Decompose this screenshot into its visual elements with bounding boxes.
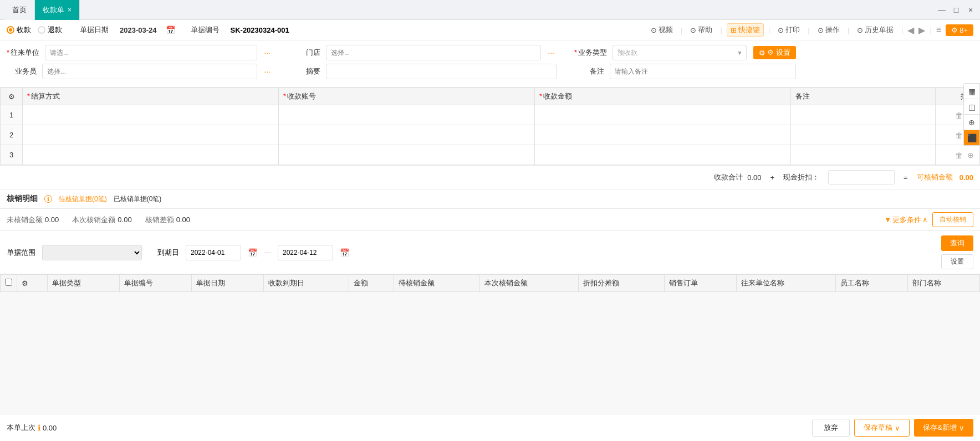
date-separator: — xyxy=(264,248,271,257)
recon-filter: 单据范围 到期日 📅 — 📅 查询 设置 xyxy=(0,231,980,274)
row-3-amount[interactable] xyxy=(534,145,790,165)
recon-title: 核销明细 xyxy=(7,194,38,204)
history-label: 历史单据 xyxy=(865,25,894,35)
store-more-button[interactable]: ··· xyxy=(545,48,557,57)
settings-btn-label: ⚙ 设置 xyxy=(767,48,790,58)
menu-button[interactable]: ≡ xyxy=(936,25,941,35)
nav-next-button[interactable]: ▶ xyxy=(918,25,925,35)
row-2-remarks[interactable] xyxy=(790,125,935,145)
bottom-right: 放弃 保存草稿 ∨ 保存&新增 ∨ xyxy=(812,419,973,437)
date-from-calendar-icon[interactable]: 📅 xyxy=(248,248,257,257)
print-button[interactable]: ⊙ 打印 xyxy=(774,24,803,36)
recon-settings-button[interactable]: 设置 xyxy=(941,254,973,269)
summary-row: 收款合计 0.00 + 现金折扣： = 可核销金额 0.00 xyxy=(0,166,980,189)
bottom-bar: 本单上次 ℹ 0.00 放弃 保存草稿 ∨ 保存&新增 ∨ xyxy=(0,414,980,441)
radio-refund-dot xyxy=(38,26,45,34)
nav-prev-button[interactable]: ◀ xyxy=(907,25,914,35)
counterpart-label: 往来单位 xyxy=(7,48,43,58)
filter-row: 单据范围 到期日 📅 — 📅 xyxy=(7,245,932,260)
range-select[interactable] xyxy=(42,245,142,260)
staff-input[interactable] xyxy=(42,64,257,79)
counterpart-input[interactable] xyxy=(45,45,257,60)
row-1-remarks[interactable] xyxy=(790,105,935,125)
auto-recon-button[interactable]: 自动核销 xyxy=(932,212,973,227)
counterpart-col: 往来单位 ··· xyxy=(7,45,273,60)
row-3-remarks[interactable] xyxy=(790,145,935,165)
summary-input[interactable] xyxy=(326,64,557,79)
operation-label: 操作 xyxy=(825,25,840,35)
plus-symbol: + xyxy=(770,173,775,182)
history-button[interactable]: ⊙ 历史单据 xyxy=(854,24,897,36)
radio-refund-label: 退款 xyxy=(48,25,62,35)
summary-label: 摘要 xyxy=(290,66,324,76)
settings-plus-button[interactable]: ⚙ 8+ xyxy=(946,24,973,36)
receipt-table: ⚙ 结算方式 收款账号 收款金额 备注 操作 1 xyxy=(0,88,980,165)
col-account-header: 收款账号 xyxy=(278,88,534,105)
row-1-settlement[interactable] xyxy=(23,105,279,125)
date-to-input[interactable] xyxy=(278,245,333,260)
date-to-calendar-icon[interactable]: 📅 xyxy=(340,248,349,257)
remarks-input[interactable] xyxy=(610,64,796,79)
side-tool-link[interactable]: ⊕ xyxy=(964,115,979,130)
operation-button[interactable]: ⊙ 操作 xyxy=(814,24,843,36)
more-conditions-button[interactable]: ▼ 更多条件 ∧ xyxy=(884,215,928,225)
row-3-copy-icon[interactable]: ⊕ xyxy=(966,150,975,161)
discount-label: 现金折扣： xyxy=(783,172,819,182)
row-2-account[interactable] xyxy=(278,125,534,145)
summary-col: 摘要 xyxy=(290,64,557,79)
side-tool-layout[interactable]: ◫ xyxy=(964,99,979,115)
shortcut-button[interactable]: ⊞ 快捷键 xyxy=(727,23,764,37)
discount-input[interactable] xyxy=(828,170,895,184)
recon-info-icon: ℹ xyxy=(44,195,52,203)
row-1-amount[interactable] xyxy=(534,105,790,125)
pending-tab[interactable]: 待核销单据(0笔) xyxy=(59,194,107,204)
help-button[interactable]: ⊙ 帮助 xyxy=(687,24,716,36)
tab-close-icon[interactable]: × xyxy=(68,6,72,14)
form-settings-button[interactable]: ⚙ ⚙ 设置 xyxy=(753,46,796,59)
row-3-settlement[interactable] xyxy=(23,145,279,165)
select-all-checkbox[interactable] xyxy=(5,279,12,286)
side-tool-active[interactable]: ⬛ xyxy=(964,130,979,146)
tab-receipt[interactable]: 收款单 × xyxy=(35,0,80,20)
query-button[interactable]: 查询 xyxy=(941,235,973,251)
col-discount-header: 折扣分摊额 xyxy=(579,275,664,292)
close-button[interactable]: × xyxy=(966,5,976,15)
current-value: 0.00 xyxy=(118,216,131,224)
side-tool-table[interactable]: ▦ xyxy=(964,84,979,99)
row-1-delete-icon[interactable]: 🗑 xyxy=(954,110,964,121)
row-2-settlement[interactable] xyxy=(23,125,279,145)
row-3-account[interactable] xyxy=(278,145,534,165)
video-button[interactable]: ⊙ 视频 xyxy=(647,24,676,36)
row-3-delete-icon[interactable]: 🗑 xyxy=(954,150,964,161)
staff-col: 业务员 ··· xyxy=(7,64,273,79)
counterpart-more-button[interactable]: ··· xyxy=(262,48,273,57)
business-type-input[interactable] xyxy=(612,45,747,60)
settings-icon: ⚙ xyxy=(759,49,765,57)
store-input[interactable] xyxy=(326,45,541,60)
minimize-button[interactable]: — xyxy=(937,5,947,15)
save-draft-button[interactable]: 保存草稿 ∨ xyxy=(854,419,910,437)
radio-receipt[interactable]: 收款 xyxy=(7,25,31,35)
total-value: 0.00 xyxy=(747,173,761,182)
staff-more-button[interactable]: ··· xyxy=(262,67,273,76)
radio-receipt-dot xyxy=(7,26,14,34)
row-2-delete-icon[interactable]: 🗑 xyxy=(954,130,964,141)
bottom-info-icon[interactable]: ℹ xyxy=(38,423,40,432)
receipt-type-group: 收款 退款 xyxy=(7,25,62,35)
row-1-account[interactable] xyxy=(278,105,534,125)
abandon-button[interactable]: 放弃 xyxy=(812,419,850,437)
date-from-input[interactable] xyxy=(186,245,241,260)
row-2-amount[interactable] xyxy=(534,125,790,145)
col-recon-settings-icon[interactable]: ⚙ xyxy=(22,279,28,288)
tab-home[interactable]: 首页 xyxy=(4,0,35,20)
maximize-button[interactable]: □ xyxy=(951,5,961,15)
store-col: 门店 ··· xyxy=(290,45,557,60)
completed-tab[interactable]: 已核销单据(0笔) xyxy=(114,194,162,204)
radio-refund[interactable]: 退款 xyxy=(38,25,62,35)
save-new-button[interactable]: 保存&新增 ∨ xyxy=(914,419,973,437)
col-settings-icon[interactable]: ⚙ xyxy=(8,93,15,101)
settings-plus-icon: ⚙ xyxy=(951,26,958,34)
col-current-recon-header: 本次核销金额 xyxy=(479,275,579,292)
date-value: 2023-03-24 xyxy=(120,26,157,34)
calendar-icon[interactable]: 📅 xyxy=(166,25,175,34)
